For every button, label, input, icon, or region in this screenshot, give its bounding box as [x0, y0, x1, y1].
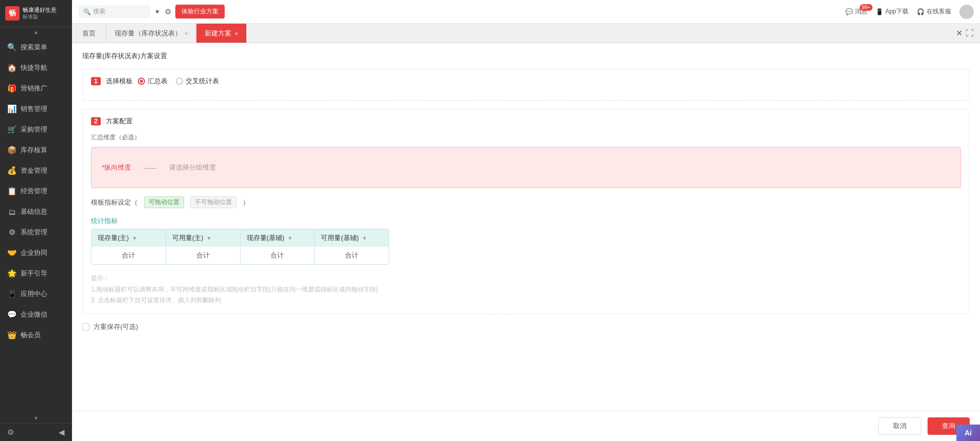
panel-close-icon[interactable]: ✕ — [956, 28, 963, 38]
basics-label: 基础信息 — [21, 207, 47, 216]
online-service-button[interactable]: 🎧 在线客服 — [917, 7, 951, 16]
stats-col-body: 合计 — [166, 247, 241, 264]
purchase-label: 采购管理 — [21, 125, 47, 134]
tip-1: 1.拖动标题栏可以调整布局，不可跨维度或指标区域拖动栏目字段(只能在同一维度或指… — [91, 284, 961, 296]
app-center-icon: 📱 — [7, 289, 16, 299]
radio-crosstab[interactable]: 交叉统计表 — [176, 77, 219, 86]
quick-nav-label: 快捷导航 — [21, 63, 47, 72]
finance-label: 资金管理 — [21, 166, 47, 175]
col-chevron-icon[interactable]: ▼ — [287, 235, 293, 241]
sidebar-item-inventory[interactable]: 📦 库存核算 — [0, 140, 72, 160]
tab-inventory-status[interactable]: 现存量（库存状况表） × — [106, 24, 196, 43]
sidebar-scroll-up[interactable]: ▲ — [0, 27, 72, 37]
search-menu-label: 搜索菜单 — [21, 43, 47, 52]
save-checkbox[interactable] — [82, 323, 89, 330]
sidebar-item-marketing[interactable]: 🎁 营销推广 — [0, 78, 72, 99]
sidebar-item-app-center[interactable]: 📱 应用中心 — [0, 284, 72, 304]
app-icon: 📱 — [876, 8, 883, 15]
cancel-button[interactable]: 取消 — [878, 417, 921, 435]
topbar-dropdown-icon[interactable]: ▼ — [154, 8, 160, 15]
sidebar-item-sales[interactable]: 📊 销售管理 — [0, 99, 72, 119]
tab-new-plan[interactable]: 新建方案 × — [196, 24, 246, 43]
sidebar-item-member[interactable]: 👑 畅会员 — [0, 325, 72, 345]
sidebar-scroll-down[interactable]: ▼ — [0, 413, 72, 423]
stats-col-header[interactable]: 现存量(主)▼ — [92, 229, 166, 247]
dimension-area[interactable]: *纵向维度 —— 请选择分组维度 — [91, 147, 961, 188]
sidebar-item-search-menu[interactable]: 🔍 搜索菜单 — [0, 37, 72, 58]
trial-button[interactable]: 体验行业方案 — [175, 5, 225, 19]
stats-col-body: 合计 — [241, 247, 315, 264]
tab-home[interactable]: 首页 — [72, 24, 106, 43]
sidebar-item-enterprise[interactable]: 🤝 企业协同 — [0, 243, 72, 263]
section-plan: 2 方案配置 汇总维度（必选） *纵向维度 —— 请选择分组维度 模板指标设定（… — [82, 109, 970, 314]
search-placeholder: 搜索 — [93, 7, 105, 16]
tag-draggable: 可拖动位置 — [144, 196, 184, 208]
content-area: 现存量(库存状况表)方案设置 1 选择模板 汇总表 交叉统计表 — [72, 43, 980, 411]
tab-new-close-icon[interactable]: × — [234, 30, 238, 36]
stats-col-header[interactable]: 可用量(基辅)▼ — [315, 229, 389, 247]
panel-expand-icon[interactable]: ⛶ — [966, 29, 974, 38]
radio-summary-label: 汇总表 — [148, 77, 168, 86]
stats-table: 现存量(主)▼可用量(主)▼现存量(基辅)▼可用量(基辅)▼ 合计合计合计合计 — [91, 229, 389, 265]
save-label: 方案保存(可选) — [94, 322, 138, 332]
section1-num: 1 — [91, 77, 101, 85]
user-avatar[interactable] — [959, 5, 974, 19]
sidebar-logo: 畅 畅康通好生意 标准版 — [0, 0, 72, 27]
stats-col-header[interactable]: 现存量(基辅)▼ — [241, 229, 315, 247]
sidebar-item-operations[interactable]: 📋 经营管理 — [0, 181, 72, 201]
member-icon: 👑 — [7, 330, 16, 340]
tips-title: 提示： — [91, 273, 961, 284]
topbar-gear-icon[interactable]: ⚙ — [165, 7, 171, 16]
sidebar: 畅 畅康通好生意 标准版 ▲ 🔍 搜索菜单 🏠 快捷导航 🎁 营销推广 📊 销售… — [0, 0, 72, 441]
page-title: 现存量(库存状况表)方案设置 — [82, 51, 970, 61]
dimension-field-label: 汇总维度（必选） — [91, 133, 961, 142]
stats-col-body: 合计 — [315, 247, 389, 264]
message-badge: 99+ — [860, 4, 873, 11]
ai-float-button[interactable]: Ai — [956, 425, 980, 441]
app-download-button[interactable]: 📱 App下载 — [876, 7, 909, 16]
logo-title: 畅康通好生意 — [23, 6, 57, 13]
col-chevron-icon[interactable]: ▼ — [132, 235, 137, 241]
settings-icon[interactable]: ⚙ — [7, 428, 14, 437]
sales-label: 销售管理 — [21, 104, 47, 114]
sidebar-item-new-guide[interactable]: 🌟 新手引导 — [0, 263, 72, 284]
stats-col-label: 可用量(基辅) — [321, 233, 359, 243]
sidebar-item-basics[interactable]: 🗂 基础信息 — [0, 201, 72, 222]
section2-header: 2 方案配置 — [91, 117, 961, 126]
topbar-search-box[interactable]: 🔍 搜索 — [78, 5, 150, 18]
indicators-header: 模板指标设定（ 可拖动位置 不可拖动位置 ） — [91, 196, 961, 208]
purchase-icon: 🛒 — [7, 125, 16, 134]
topbar-right: 💬 消息 99+ 📱 App下载 🎧 在线客服 — [845, 5, 974, 19]
quick-nav-icon: 🏠 — [7, 63, 16, 72]
sidebar-item-quick-nav[interactable]: 🏠 快捷导航 — [0, 58, 72, 78]
save-option: 方案保存(可选) — [82, 322, 970, 332]
indicators-config: 模板指标设定（ 可拖动位置 不可拖动位置 ） — [91, 196, 961, 208]
enterprise-icon: 🤝 — [7, 248, 16, 258]
system-icon: ⚙ — [7, 228, 16, 237]
sidebar-item-purchase[interactable]: 🛒 采购管理 — [0, 119, 72, 140]
marketing-icon: 🎁 — [7, 84, 16, 93]
section1-header: 1 选择模板 汇总表 交叉统计表 — [91, 77, 961, 86]
message-icon: 💬 — [845, 8, 853, 15]
sidebar-item-system[interactable]: ⚙ 系统管理 — [0, 222, 72, 243]
collapse-icon[interactable]: ◀ — [59, 428, 65, 437]
sidebar-item-wechat[interactable]: 💬 企业微信 — [0, 304, 72, 325]
stats-col-label: 可用量(主) — [172, 233, 204, 243]
stats-col-header[interactable]: 可用量(主)▼ — [166, 229, 241, 247]
dimension-placeholder: 请选择分组维度 — [169, 163, 216, 172]
new-guide-icon: 🌟 — [7, 269, 16, 278]
radio-summary[interactable]: 汇总表 — [138, 77, 168, 86]
system-label: 系统管理 — [21, 228, 47, 237]
tab-inventory-close-icon[interactable]: × — [185, 30, 188, 36]
col-chevron-icon[interactable]: ▼ — [206, 235, 211, 241]
dimension-required: *纵向维度 — [102, 163, 131, 172]
sidebar-item-finance[interactable]: 💰 资金管理 — [0, 160, 72, 181]
col-chevron-icon[interactable]: ▼ — [362, 235, 367, 241]
stats-table-body: 合计合计合计合计 — [92, 247, 389, 264]
basics-icon: 🗂 — [7, 208, 16, 216]
message-button[interactable]: 💬 消息 99+ — [845, 7, 867, 16]
app-center-label: 应用中心 — [21, 289, 47, 299]
wechat-label: 企业微信 — [21, 310, 47, 319]
tabbar: 首页 现存量（库存状况表） × 新建方案 × ✕ ⛶ — [72, 24, 980, 43]
radio-crosstab-label: 交叉统计表 — [186, 77, 219, 86]
